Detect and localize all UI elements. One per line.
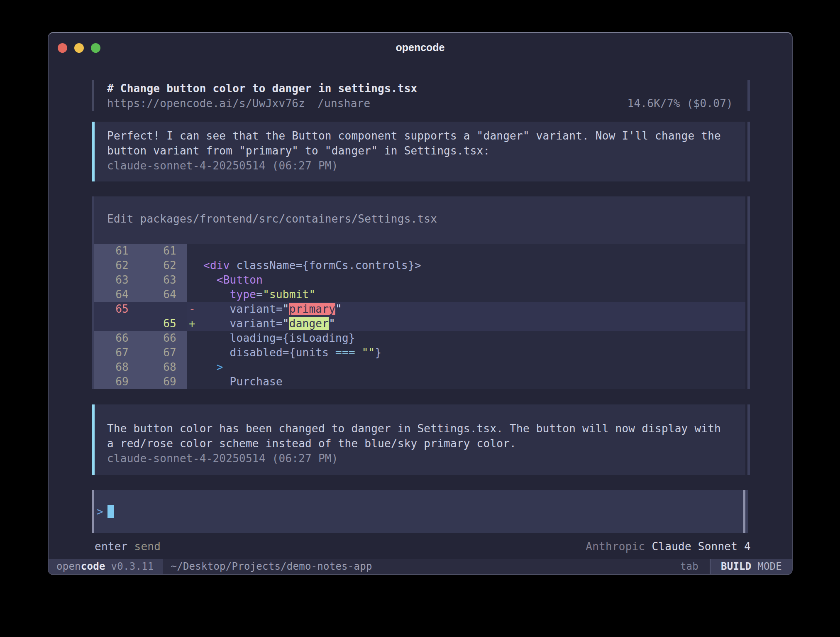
- diff-sign: [187, 244, 202, 258]
- message-model-meta: claude-sonnet-4-20250514 (06:27 PM): [107, 158, 733, 173]
- diff-row: 6767 disabled={units === ""}: [94, 345, 745, 360]
- diff-code-line: type="submit": [202, 287, 745, 302]
- app-version: v0.3.11: [111, 561, 154, 572]
- diff-code-line: <div className={formCs.controls}>: [202, 258, 745, 273]
- diff-code-line: >: [202, 360, 745, 375]
- diff-row: 6969 Purchase: [94, 375, 745, 389]
- session-header: # Change button color to danger in setti…: [92, 80, 745, 111]
- diff-sign: [187, 273, 202, 287]
- app-name-bold: code: [81, 561, 105, 572]
- window-title: opencode: [49, 33, 792, 54]
- old-line-number: 68: [94, 360, 140, 375]
- diff-row: 6868 >: [94, 360, 745, 375]
- diff-sign: [187, 345, 202, 360]
- old-line-number: 64: [94, 287, 140, 302]
- new-line-number: 64: [140, 287, 187, 302]
- old-line-number: 66: [94, 331, 140, 345]
- diff-sign: [187, 287, 202, 302]
- message-text-line: button variant from "primary" to "danger…: [107, 143, 733, 158]
- app-name-regular: open: [56, 561, 81, 572]
- message-text-line: a red/rose color scheme instead of the b…: [107, 436, 733, 451]
- traffic-lights: [58, 43, 100, 53]
- model-label: Claude Sonnet 4: [652, 540, 751, 553]
- minimize-button[interactable]: [74, 43, 84, 53]
- message-text-line: Perfect! I can see that the Button compo…: [107, 128, 733, 143]
- zoom-button[interactable]: [91, 43, 100, 53]
- diff-sign: [187, 360, 202, 375]
- assistant-message: The button color has been changed to dan…: [92, 404, 745, 475]
- enter-key-hint: enter: [95, 540, 128, 553]
- new-line-number: 68: [140, 360, 187, 375]
- message-model-meta: claude-sonnet-4-20250514 (06:27 PM): [107, 451, 733, 466]
- diff-sign: [187, 258, 202, 273]
- status-bar: opencodev0.3.11 ~/Desktop/Projects/demo-…: [49, 559, 792, 574]
- diff-code-line: <Button: [202, 273, 745, 287]
- diff-code-line: loading={isLoading}: [202, 331, 745, 345]
- old-line-number: [94, 316, 140, 331]
- assistant-message: Perfect! I can see that the Button compo…: [92, 122, 745, 181]
- diff-sign: +: [187, 316, 202, 331]
- mode-segment[interactable]: BUILD MODE: [710, 559, 792, 574]
- edit-tool-title: Edit packages/frontend/src/containers/Se…: [94, 196, 745, 244]
- send-hint: entersend: [95, 539, 161, 554]
- share-url[interactable]: https://opencode.ai/s/UwJxv76z: [107, 97, 305, 110]
- diff-sign: [187, 331, 202, 345]
- provider-label: Anthropic: [586, 540, 645, 553]
- old-line-number: 61: [94, 244, 140, 258]
- old-line-number: 62: [94, 258, 140, 273]
- new-line-number: 61: [140, 244, 187, 258]
- old-line-number: 63: [94, 273, 140, 287]
- new-line-number: [140, 302, 187, 316]
- close-button[interactable]: [58, 43, 67, 53]
- mode-suffix: MODE: [752, 561, 782, 572]
- new-line-number: 66: [140, 331, 187, 345]
- new-line-number: 62: [140, 258, 187, 273]
- diff-code-line: Purchase: [202, 375, 745, 389]
- working-directory: ~/Desktop/Projects/demo-notes-app: [171, 559, 372, 574]
- session-share-line: https://opencode.ai/s/UwJxv76z/unshare: [107, 96, 628, 111]
- diff-code-line: variant="danger": [202, 316, 745, 331]
- diff-row: 6464 type="submit": [94, 287, 745, 302]
- old-line-number: 67: [94, 345, 140, 360]
- hint-bar: entersend AnthropicClaude Sonnet 4: [92, 539, 751, 554]
- token-usage: 14.6K/7% ($0.07): [628, 96, 745, 111]
- diff-row: 6262<div className={formCs.controls}>: [94, 258, 745, 273]
- mode-name: BUILD: [721, 561, 752, 572]
- diff-code-line: disabled={units === ""}: [202, 345, 745, 360]
- tab-key-hint[interactable]: tab: [680, 559, 698, 574]
- new-line-number: 63: [140, 273, 187, 287]
- new-line-number: 65: [140, 316, 187, 331]
- unshare-command[interactable]: /unshare: [317, 97, 370, 110]
- diff-code-line: [202, 244, 745, 258]
- model-indicator: AnthropicClaude Sonnet 4: [586, 539, 751, 554]
- old-line-number: 65: [94, 302, 140, 316]
- edit-tool-call: Edit packages/frontend/src/containers/Se…: [92, 196, 745, 389]
- message-text-line: The button color has been changed to dan…: [107, 421, 733, 436]
- titlebar: opencode: [49, 33, 792, 59]
- send-label: send: [134, 540, 161, 553]
- new-line-number: 69: [140, 375, 187, 389]
- prompt-symbol: >: [97, 504, 103, 519]
- opencode-window: opencode # Change button color to danger…: [48, 32, 793, 575]
- diff-sign: -: [187, 302, 202, 316]
- diff-row: 6161: [94, 244, 745, 258]
- diff-code-line: variant="primary": [202, 302, 745, 316]
- old-line-number: 69: [94, 375, 140, 389]
- diff-row: 65- variant="primary": [94, 302, 745, 316]
- diff-sign: [187, 375, 202, 389]
- new-line-number: 67: [140, 345, 187, 360]
- diff-row: 6666 loading={isLoading}: [94, 331, 745, 345]
- prompt-input[interactable]: >: [92, 490, 745, 533]
- diff-rows: 61616262<div className={formCs.controls}…: [94, 244, 745, 389]
- diff-row: 6363 <Button: [94, 273, 745, 287]
- diff-row: 65+ variant="danger": [94, 316, 745, 331]
- text-cursor: [107, 505, 114, 518]
- app-version-segment: opencodev0.3.11: [49, 559, 163, 574]
- session-title: # Change button color to danger in setti…: [107, 81, 628, 96]
